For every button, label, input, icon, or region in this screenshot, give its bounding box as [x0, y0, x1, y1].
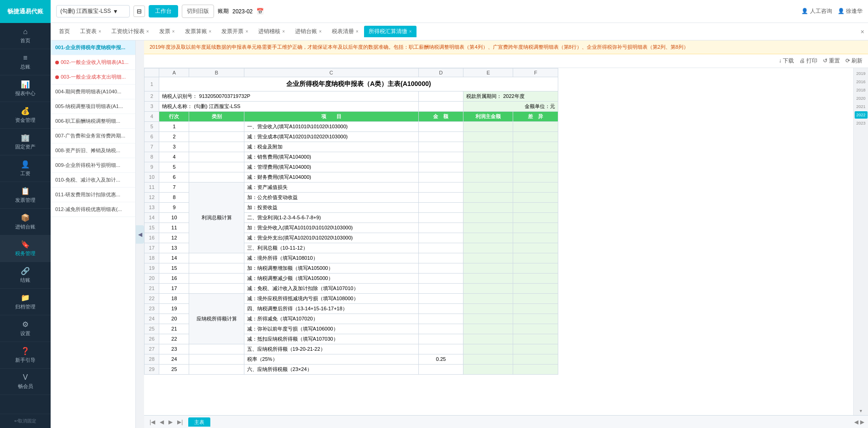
cell-row-num[interactable]: 11 [159, 223, 189, 233]
cell-profit-amount[interactable] [463, 354, 513, 364]
cell-amount[interactable] [418, 202, 463, 212]
cell-profit-amount[interactable] [463, 233, 513, 243]
sidebar-item-member[interactable]: V 畅会员 [0, 369, 51, 395]
cell-row-num[interactable]: 12 [159, 233, 189, 243]
cell-diff[interactable] [513, 263, 558, 273]
cell-amount[interactable] [418, 212, 463, 223]
cell-diff[interactable] [513, 192, 558, 202]
close-icon[interactable]: × [245, 29, 248, 34]
tab-invoice-open[interactable]: 发票开票 × [217, 26, 253, 37]
cell-profit-amount[interactable] [463, 172, 513, 182]
cell-amount[interactable] [418, 192, 463, 202]
reset-button[interactable]: ↺ 重置 [823, 57, 840, 65]
left-panel-item-006[interactable]: 006-职工薪酬纳税调整明细... [51, 114, 135, 129]
close-icon[interactable]: × [319, 29, 322, 34]
tab-purchase-verify[interactable]: 进销稽核 × [254, 26, 289, 37]
cell-row-num[interactable]: 19 [159, 303, 189, 314]
cell-row-num[interactable]: 25 [159, 364, 189, 374]
sidebar-item-tax[interactable]: 🔖 税务管理 [0, 235, 51, 262]
cell-amount[interactable] [418, 263, 463, 273]
close-icon[interactable]: × [172, 29, 175, 34]
cell-amount[interactable] [418, 243, 463, 253]
cell-diff[interactable] [513, 314, 558, 324]
sidebar-item-ledger[interactable]: ≡ 总账 [0, 49, 51, 75]
cell-row-num[interactable]: 1 [159, 121, 189, 131]
cell-amount[interactable] [418, 344, 463, 354]
cell-row-num[interactable]: 23 [159, 344, 189, 354]
cell-amount[interactable] [418, 334, 463, 344]
sheet-nav-first[interactable]: |◀ [148, 418, 157, 426]
sheet-nav-prev[interactable]: ◀ [158, 418, 166, 426]
timeline-arrow-down[interactable]: ▼ [859, 409, 863, 413]
timeline-item-2022[interactable]: 2022 [855, 111, 868, 119]
left-panel-item-008[interactable]: 008-资产折旧、摊销及纳税... [51, 143, 135, 158]
cell-profit-amount[interactable] [463, 334, 513, 344]
cell-row-num[interactable]: 6 [159, 172, 189, 182]
tab-purchase-ledger[interactable]: 进销台账 × [290, 26, 326, 37]
close-icon[interactable]: × [409, 29, 412, 34]
cell-diff[interactable] [513, 364, 558, 374]
cell-amount[interactable] [418, 364, 463, 374]
cell-profit-amount[interactable] [463, 253, 513, 263]
cell-amount[interactable] [418, 314, 463, 324]
left-panel-item-010[interactable]: 010-免税、减计收入及加计... [51, 173, 135, 188]
workbench-button[interactable]: 工作台 [149, 5, 178, 17]
sidebar-item-settle[interactable]: 🔗 结账 [0, 262, 51, 289]
timeline-item-2016[interactable]: 2016 [855, 78, 868, 86]
cell-amount[interactable] [418, 121, 463, 131]
tab-invoice-calc[interactable]: 发票算账 × [180, 26, 216, 37]
sidebar-item-assets[interactable]: 🏢 固定资产 [0, 129, 51, 155]
close-icon[interactable]: × [146, 29, 149, 34]
cell-diff[interactable] [513, 121, 558, 131]
cell-diff[interactable] [513, 172, 558, 182]
cell-profit-amount[interactable] [463, 243, 513, 253]
cell-row-num[interactable]: 2 [159, 131, 189, 142]
cell-amount[interactable] [418, 283, 463, 293]
sheet-tab-main[interactable]: 主表 [188, 417, 210, 427]
cell-profit-amount[interactable] [463, 293, 513, 303]
company-selector[interactable]: (勾删) 江西服宝-LSS ▼ [56, 5, 130, 17]
cell-diff[interactable] [513, 283, 558, 293]
cell-row-num[interactable]: 8 [159, 192, 189, 202]
sidebar-item-payroll[interactable]: 👤 工资 [0, 155, 51, 182]
cell-profit-amount[interactable] [463, 324, 513, 334]
sidebar-item-archive[interactable]: 📁 归档管理 [0, 289, 51, 315]
cell-profit-amount[interactable] [463, 162, 513, 172]
left-panel-item-012[interactable]: 012-减免所得税优惠明细表(... [51, 202, 135, 217]
cell-amount[interactable] [418, 303, 463, 314]
cell-row-num[interactable]: 22 [159, 334, 189, 344]
cell-row-num[interactable]: 5 [159, 162, 189, 172]
left-panel-item-005[interactable]: 005-纳税调整项目明细表(A1... [51, 99, 135, 114]
left-panel-item-011[interactable]: 011-研发费用加计扣除优惠... [51, 188, 135, 202]
cell-profit-amount[interactable] [463, 344, 513, 354]
cell-row-num[interactable]: 7 [159, 182, 189, 192]
cell-diff[interactable] [513, 131, 558, 142]
cell-profit-amount[interactable] [463, 314, 513, 324]
cell-amount[interactable] [418, 162, 463, 172]
cell-diff[interactable] [513, 243, 558, 253]
close-icon[interactable]: × [98, 29, 101, 34]
cell-amount[interactable] [418, 293, 463, 303]
cell-profit-amount[interactable] [463, 202, 513, 212]
sidebar-item-reports[interactable]: 📊 报表中心 [0, 75, 51, 102]
cell-profit-amount[interactable] [463, 152, 513, 162]
switch-version-button[interactable]: 切到旧版 [182, 5, 214, 18]
sidebar-item-purchase[interactable]: 📦 进销台账 [0, 209, 51, 235]
cell-row-num[interactable]: 4 [159, 152, 189, 162]
cell-amount[interactable] [418, 172, 463, 182]
cell-diff[interactable] [513, 344, 558, 354]
tab-invoice[interactable]: 发票 × [155, 26, 179, 37]
cell-amount[interactable] [418, 273, 463, 283]
left-panel-item-007[interactable]: 007-广告费和业务宣传费跨期... [51, 129, 135, 143]
cell-profit-amount[interactable] [463, 142, 513, 152]
cell-diff[interactable] [513, 212, 558, 223]
sidebar-item-finance[interactable]: 💰 资金管理 [0, 102, 51, 129]
cell-row-num[interactable]: 20 [159, 314, 189, 324]
cell-diff[interactable] [513, 162, 558, 172]
cell-profit-amount[interactable] [463, 364, 513, 374]
cell-diff[interactable] [513, 303, 558, 314]
cell-profit-amount[interactable] [463, 273, 513, 283]
left-panel-item-009[interactable]: 009-企业所得税补亏损明细... [51, 158, 135, 173]
cell-row-num[interactable]: 17 [159, 283, 189, 293]
cell-row-num[interactable]: 14 [159, 253, 189, 263]
